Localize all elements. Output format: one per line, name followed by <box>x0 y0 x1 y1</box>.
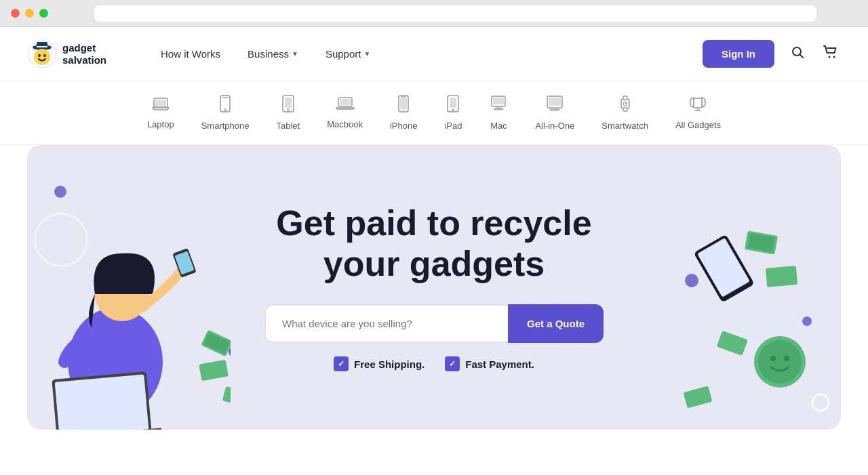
svg-point-12 <box>829 56 831 58</box>
smartphone-label: Smartphone <box>201 121 250 131</box>
get-quote-button[interactable]: Get a Quote <box>508 304 604 343</box>
category-iphone[interactable]: iPhone <box>376 89 431 136</box>
hero-section: Get paid to recycle your gadgets Get a Q… <box>27 145 841 430</box>
free-shipping-check-icon: ✓ <box>334 356 349 371</box>
nav-business[interactable]: Business ▼ <box>248 48 298 60</box>
hero-illustration-left <box>27 172 264 430</box>
cart-icon <box>823 45 838 59</box>
svg-point-47 <box>68 308 163 416</box>
fast-payment-label: Fast Payment. <box>465 358 534 370</box>
svg-rect-3 <box>37 42 47 49</box>
smartwatch-icon <box>618 95 632 117</box>
svg-point-65 <box>754 336 806 388</box>
all-in-one-label: All-in-One <box>535 121 574 131</box>
mac-icon <box>489 95 508 117</box>
logo[interactable]: gadget salvation <box>27 39 106 69</box>
smartwatch-label: Smartwatch <box>601 121 648 131</box>
laptop-icon <box>152 96 170 115</box>
ipad-label: iPad <box>444 121 462 131</box>
svg-rect-28 <box>450 98 456 108</box>
svg-point-67 <box>770 356 776 361</box>
svg-rect-56 <box>199 360 229 381</box>
nav-support[interactable]: Support ▼ <box>326 48 370 60</box>
circle-decoration <box>34 213 88 267</box>
svg-rect-60 <box>697 238 750 297</box>
category-ipad[interactable]: iPad <box>431 89 475 136</box>
hero-illustration-right <box>651 192 841 430</box>
iphone-icon <box>397 95 410 117</box>
category-all-gadgets[interactable]: All Gadgets <box>662 90 734 136</box>
svg-rect-23 <box>340 99 351 105</box>
search-input[interactable] <box>264 304 508 343</box>
all-gadgets-label: All Gadgets <box>675 120 721 130</box>
svg-point-69 <box>685 274 698 287</box>
svg-rect-54 <box>201 330 231 357</box>
svg-rect-4 <box>37 46 47 47</box>
category-macbook[interactable]: Macbook <box>313 91 376 135</box>
all-in-one-icon <box>545 95 564 117</box>
woman-illustration <box>27 213 231 430</box>
category-mac[interactable]: Mac <box>475 89 521 136</box>
svg-rect-21 <box>285 98 292 108</box>
free-shipping-badge: ✓ Free Shipping. <box>334 356 425 371</box>
nav-how-it-works[interactable]: How it Works <box>161 48 220 60</box>
minimize-button[interactable] <box>25 9 34 18</box>
svg-rect-51 <box>52 371 151 430</box>
svg-rect-35 <box>549 98 561 106</box>
logo-icon <box>27 39 57 69</box>
search-row: Get a Quote <box>264 304 604 343</box>
iphone-label: iPhone <box>390 121 417 131</box>
logo-text: gadget salvation <box>62 42 106 66</box>
dot-decoration <box>54 186 66 198</box>
svg-rect-44 <box>694 98 702 108</box>
svg-rect-37 <box>550 109 559 110</box>
tablet-label: Tablet <box>276 121 300 131</box>
macbook-label: Macbook <box>327 119 363 129</box>
svg-point-68 <box>784 356 789 361</box>
support-chevron-icon: ▼ <box>363 50 370 58</box>
laptop-label: Laptop <box>147 119 174 129</box>
maximize-button[interactable] <box>39 9 48 18</box>
svg-point-66 <box>758 340 802 384</box>
search-icon <box>791 45 804 59</box>
svg-rect-31 <box>493 98 504 104</box>
svg-rect-33 <box>494 108 503 110</box>
category-all-in-one[interactable]: All-in-One <box>521 89 588 136</box>
svg-rect-53 <box>50 428 162 430</box>
svg-point-26 <box>403 110 404 111</box>
smartphone-icon <box>219 95 231 117</box>
svg-rect-50 <box>174 251 194 274</box>
category-bar: Laptop Smartphone Tablet <box>0 81 868 145</box>
free-shipping-label: Free Shipping. <box>354 358 425 370</box>
svg-rect-40 <box>623 108 627 111</box>
site-wrapper: gadget salvation How it Works Business ▼… <box>0 27 868 475</box>
address-bar[interactable] <box>94 5 816 22</box>
cart-button[interactable] <box>821 43 841 65</box>
svg-point-71 <box>812 394 829 411</box>
category-tablet[interactable]: Tablet <box>262 89 313 136</box>
svg-point-13 <box>833 56 835 58</box>
search-button[interactable] <box>788 43 807 65</box>
close-button[interactable] <box>11 9 20 18</box>
svg-point-48 <box>95 267 149 321</box>
svg-rect-52 <box>55 374 149 430</box>
category-smartphone[interactable]: Smartphone <box>188 89 263 136</box>
svg-point-8 <box>39 54 39 55</box>
fast-payment-badge: ✓ Fast Payment. <box>445 356 534 371</box>
svg-rect-39 <box>623 96 627 100</box>
svg-rect-63 <box>766 266 797 287</box>
svg-rect-61 <box>745 230 778 254</box>
svg-point-7 <box>43 54 46 57</box>
business-chevron-icon: ▼ <box>292 50 298 58</box>
tablet-icon <box>281 95 295 117</box>
window-chrome <box>0 0 868 27</box>
signin-button[interactable]: Sign In <box>703 40 774 68</box>
badges-row: ✓ Free Shipping. ✓ Fast Payment. <box>334 356 534 371</box>
svg-point-5 <box>34 49 50 65</box>
category-laptop[interactable]: Laptop <box>134 91 188 135</box>
svg-rect-62 <box>747 233 774 252</box>
macbook-icon <box>336 96 355 115</box>
svg-rect-57 <box>222 386 231 407</box>
svg-rect-49 <box>172 248 197 278</box>
category-smartwatch[interactable]: Smartwatch <box>588 89 662 136</box>
